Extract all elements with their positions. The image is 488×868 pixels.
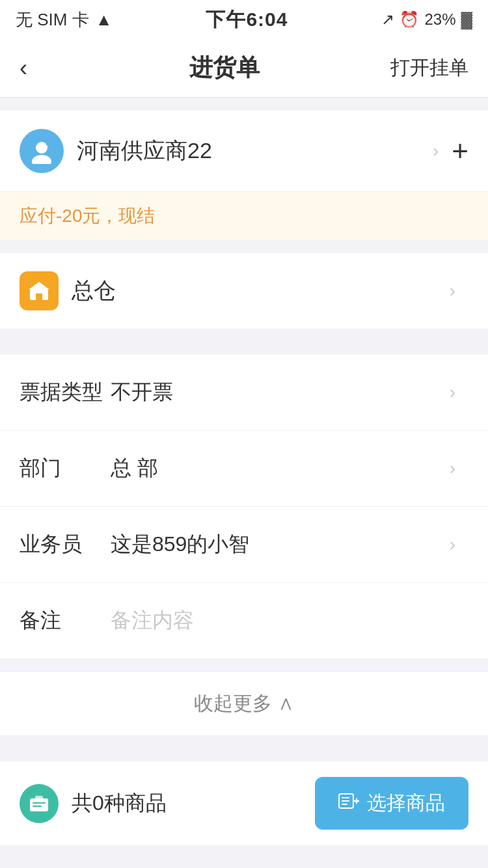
- salesperson-arrow-icon: ›: [450, 534, 455, 555]
- svg-rect-6: [35, 796, 43, 801]
- warehouse-row[interactable]: 总仓 ›: [0, 253, 488, 329]
- invoice-type-arrow-icon: ›: [450, 382, 455, 403]
- section-gap-3: [0, 329, 488, 342]
- status-bar: 无 SIM 卡 ▲ 下午6:04 ↗ ⏰ 23% ▓: [0, 0, 488, 39]
- back-arrow-icon: ‹: [20, 55, 27, 82]
- no-sim-label: 无 SIM 卡: [16, 8, 89, 31]
- back-button[interactable]: ‹: [20, 55, 59, 82]
- invoice-type-row[interactable]: 票据类型 不开票 ›: [0, 355, 488, 431]
- warehouse-icon: [20, 271, 59, 310]
- supplier-arrow-icon: ›: [433, 141, 439, 161]
- department-value: 总 部: [104, 454, 450, 483]
- status-time: 下午6:04: [206, 7, 288, 33]
- status-left: 无 SIM 卡 ▲: [16, 8, 112, 31]
- supplier-name: 河南供应商22: [77, 136, 433, 166]
- invoice-type-label: 票据类型: [20, 378, 104, 407]
- collapse-label: 收起更多 ∧: [194, 690, 293, 717]
- salesperson-value: 这是859的小智: [104, 530, 450, 559]
- select-product-icon: [338, 792, 359, 815]
- department-label: 部门: [20, 454, 104, 483]
- nav-bar: ‹ 进货单 打开挂单: [0, 39, 488, 98]
- svg-rect-8: [33, 806, 42, 807]
- product-icon: [20, 784, 59, 823]
- location-icon: ↗: [381, 10, 394, 29]
- bottom-bar: 共0种商品 选择商品: [0, 761, 488, 845]
- warehouse-name: 总仓: [72, 276, 450, 306]
- page-title: 进货单: [59, 52, 390, 84]
- department-row[interactable]: 部门 总 部 ›: [0, 431, 488, 507]
- battery-icon: ▓: [461, 10, 473, 29]
- battery-label: 23%: [424, 10, 455, 29]
- section-gap-1: [0, 98, 488, 111]
- salesperson-row[interactable]: 业务员 这是859的小智 ›: [0, 507, 488, 583]
- main-content: 河南供应商22 › + 应付-20元，现结 总仓 › 票据类型: [0, 98, 488, 868]
- select-product-label: 选择商品: [367, 790, 445, 817]
- alarm-icon: ⏰: [400, 10, 419, 29]
- supplier-avatar: [20, 129, 64, 173]
- svg-point-1: [32, 155, 51, 164]
- status-right: ↗ ⏰ 23% ▓: [381, 10, 472, 29]
- form-section: 票据类型 不开票 › 部门 总 部 › 业务员 这是859的小智 › 备注 备注…: [0, 355, 488, 658]
- collapse-row[interactable]: 收起更多 ∧: [0, 671, 488, 735]
- add-supplier-button[interactable]: +: [452, 135, 468, 167]
- svg-rect-7: [33, 802, 46, 804]
- warehouse-section: 总仓 ›: [0, 253, 488, 329]
- select-product-button[interactable]: 选择商品: [315, 777, 468, 830]
- section-gap-4: [0, 735, 488, 748]
- salesperson-label: 业务员: [20, 530, 104, 559]
- section-gap-2: [0, 240, 488, 253]
- department-arrow-icon: ›: [450, 458, 455, 479]
- invoice-type-value: 不开票: [104, 378, 450, 407]
- svg-point-0: [36, 142, 47, 154]
- svg-rect-4: [36, 293, 42, 300]
- warehouse-arrow-icon: ›: [450, 280, 455, 301]
- svg-marker-3: [29, 282, 49, 290]
- supplier-row[interactable]: 河南供应商22 › +: [0, 111, 488, 192]
- supplier-section: 河南供应商22 › + 应付-20元，现结: [0, 111, 488, 240]
- remark-label: 备注: [20, 606, 104, 635]
- payment-notice: 应付-20元，现结: [0, 192, 488, 240]
- open-pending-button[interactable]: 打开挂单: [390, 55, 468, 81]
- wifi-icon: ▲: [96, 10, 113, 30]
- remark-value[interactable]: 备注内容: [104, 606, 468, 635]
- remark-row[interactable]: 备注 备注内容: [0, 583, 488, 658]
- product-count: 共0种商品: [72, 789, 302, 818]
